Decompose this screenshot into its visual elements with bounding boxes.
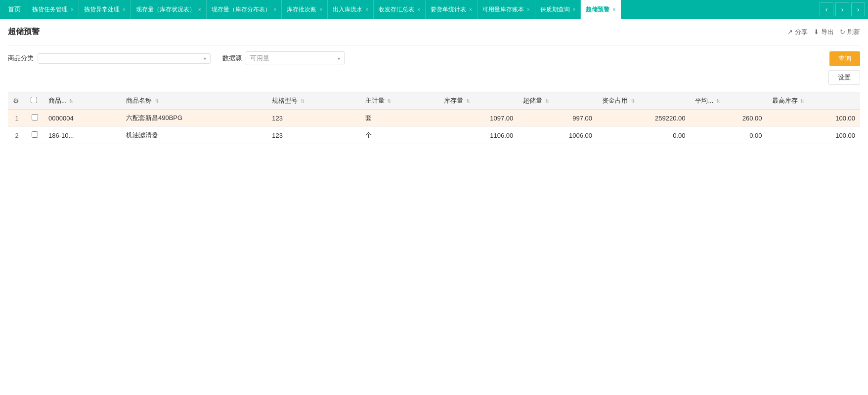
header-actions: ↗ 分享 ⬇ 导出 ↻ 刷新	[787, 28, 860, 37]
select-all-checkbox[interactable]	[31, 97, 37, 103]
page-title: 超储预警	[8, 27, 40, 37]
cell-stock-1: 1106.00	[439, 127, 518, 144]
nav-tab-keyongliang[interactable]: 可用量库存账本 ×	[477, 0, 535, 19]
export-icon: ⬇	[814, 28, 819, 36]
close-tab-1[interactable]: ×	[123, 7, 126, 12]
th-max-stock[interactable]: 最高库存 ⇅	[767, 92, 860, 110]
th-sku-name[interactable]: 商品名称 ⇅	[121, 92, 267, 110]
table-header-row: ⚙ 商品... ⇅ 商品名称 ⇅ 规格型号 ⇅ 主计量	[8, 92, 860, 110]
nav-tab-shoufacunhuizong[interactable]: 收发存汇总表 ×	[374, 0, 426, 19]
nav-tab-xiancunliangfenbu[interactable]: 现存量（库存分布表） ×	[207, 0, 282, 19]
datasource-value: 可用量	[250, 54, 269, 63]
nav-tab-jianhuorenwuguanli[interactable]: 拣货任务管理 ×	[27, 0, 79, 19]
th-avg[interactable]: 平均... ⇅	[690, 92, 767, 110]
sort-icon-sku-code: ⇅	[69, 98, 73, 104]
settings-button[interactable]: 设置	[828, 70, 860, 85]
cell-checkbox-0[interactable]	[26, 110, 43, 127]
refresh-icon: ↻	[840, 28, 845, 36]
cell-over-stock-0: 997.00	[518, 110, 597, 127]
sort-icon-stock: ⇅	[466, 98, 470, 104]
cell-spec-0: 123	[267, 110, 360, 127]
export-button[interactable]: ⬇ 导出	[814, 28, 834, 37]
nav-tab-baozhiqichaxun[interactable]: 保质期查询 ×	[535, 0, 581, 19]
th-settings[interactable]: ⚙	[8, 92, 26, 110]
sort-icon-capital: ⇅	[631, 98, 635, 104]
sort-icon-avg: ⇅	[716, 98, 720, 104]
cell-stock-0: 1097.00	[439, 110, 518, 127]
datasource-label: 数据源	[222, 54, 242, 63]
nav-tab-xiancunliangkuanzhuang[interactable]: 现存量（库存状况表） ×	[131, 0, 207, 19]
cell-capital-0: 259220.00	[597, 110, 690, 127]
close-tab-7[interactable]: ×	[469, 7, 472, 12]
refresh-button[interactable]: ↻ 刷新	[840, 28, 860, 37]
close-tab-0[interactable]: ×	[71, 7, 74, 12]
cell-sku-name-1: 机油滤清器	[121, 127, 267, 144]
table-row: 1 0000004 六配套新昌490BPG 123 套 1097.00 997.…	[8, 110, 860, 127]
row-checkbox-0[interactable]	[32, 114, 38, 120]
nav-arrows-container: ‹ › ›	[819, 2, 866, 16]
share-button[interactable]: ↗ 分享	[787, 28, 808, 37]
cell-avg-1: 0.00	[690, 127, 767, 144]
sort-icon-max-stock: ⇅	[800, 98, 804, 104]
cell-over-stock-1: 1006.00	[518, 127, 597, 144]
nav-tab-kuchangpizhangzhang[interactable]: 库存批次账 ×	[282, 0, 328, 19]
datasource-chevron-icon: ▾	[338, 56, 340, 61]
datasource-filter: 数据源 可用量 ▾	[222, 51, 345, 65]
close-tab-5[interactable]: ×	[365, 7, 368, 12]
th-spec[interactable]: 规格型号 ⇅	[267, 92, 360, 110]
category-label: 商品分类	[8, 54, 34, 63]
th-sku-code[interactable]: 商品... ⇅	[43, 92, 121, 110]
close-tab-4[interactable]: ×	[319, 7, 322, 12]
table-row: 2 186-10... 机油滤清器 123 个 1106.00 1006.00 …	[8, 127, 860, 144]
cell-unit-0: 套	[360, 110, 439, 127]
cell-capital-1: 0.00	[597, 127, 690, 144]
nav-tab-yaohuodantongji[interactable]: 要货单统计表 ×	[426, 0, 477, 19]
close-tab-6[interactable]: ×	[417, 7, 420, 12]
cell-avg-0: 260.00	[690, 110, 767, 127]
cell-num-1: 2	[8, 127, 26, 144]
cell-sku-code-0: 0000004	[43, 110, 121, 127]
category-filter: 商品分类 ▾	[8, 53, 211, 64]
category-chevron-icon: ▾	[204, 56, 206, 61]
header-divider	[8, 45, 860, 45]
nav-tab-jianhuoyichangchuli[interactable]: 拣货异常处理 ×	[79, 0, 131, 19]
th-over-stock[interactable]: 超储量 ⇅	[518, 92, 597, 110]
cell-spec-1: 123	[267, 127, 360, 144]
cell-max-stock-1: 100.00	[767, 127, 860, 144]
category-select[interactable]: ▾	[38, 53, 211, 64]
top-navigation: 首页 拣货任务管理 × 拣货异常处理 × 现存量（库存状况表） × 现存量（库存…	[0, 0, 868, 19]
cell-sku-name-0: 六配套新昌490BPG	[121, 110, 267, 127]
close-tab-2[interactable]: ×	[198, 7, 201, 12]
query-button[interactable]: 查询	[829, 51, 860, 66]
cell-num-0: 1	[8, 110, 26, 127]
close-tab-3[interactable]: ×	[274, 7, 277, 12]
nav-prev-arrow[interactable]: ‹	[820, 2, 833, 16]
datasource-select[interactable]: 可用量 ▾	[246, 51, 345, 65]
page-container: 超储预警 ↗ 分享 ⬇ 导出 ↻ 刷新 商品分类 ▾	[0, 19, 868, 395]
th-capital[interactable]: 资金占用 ⇅	[597, 92, 690, 110]
close-tab-9[interactable]: ×	[573, 7, 576, 12]
cell-sku-code-1: 186-10...	[43, 127, 121, 144]
nav-tab-chaocuyujing[interactable]: 超储预警 ×	[581, 0, 621, 19]
sort-icon-spec: ⇅	[301, 98, 304, 104]
th-unit[interactable]: 主计量 ⇅	[360, 92, 439, 110]
share-icon: ↗	[787, 28, 793, 36]
nav-tab-churukuliushui[interactable]: 出入库流水 ×	[328, 0, 374, 19]
nav-home[interactable]: 首页	[2, 0, 27, 19]
table-settings-icon[interactable]: ⚙	[13, 97, 19, 105]
th-checkbox[interactable]	[26, 92, 43, 110]
close-tab-8[interactable]: ×	[527, 7, 530, 12]
nav-more-arrow[interactable]: ›	[851, 2, 865, 16]
row-checkbox-1[interactable]	[32, 131, 38, 138]
th-stock[interactable]: 库存量 ⇅	[439, 92, 518, 110]
nav-next-arrow[interactable]: ›	[835, 2, 849, 16]
sort-icon-sku-name: ⇅	[155, 98, 159, 104]
sort-icon-over-stock: ⇅	[545, 98, 549, 104]
close-tab-10[interactable]: ×	[612, 7, 615, 12]
cell-checkbox-1[interactable]	[26, 127, 43, 144]
page-header: 超储预警 ↗ 分享 ⬇ 导出 ↻ 刷新	[8, 27, 860, 37]
data-table: ⚙ 商品... ⇅ 商品名称 ⇅ 规格型号 ⇅ 主计量	[8, 92, 860, 144]
sort-icon-unit: ⇅	[387, 98, 391, 104]
cell-max-stock-0: 100.00	[767, 110, 860, 127]
cell-unit-1: 个	[360, 127, 439, 144]
